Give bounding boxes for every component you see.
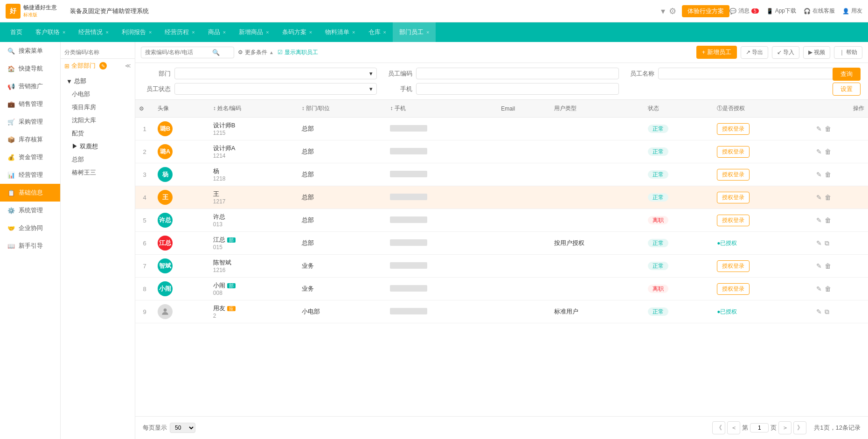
edit-icon[interactable]: ✎ <box>816 216 822 224</box>
dept-header[interactable]: ⊞ 全部部门 ✎ ≪ <box>61 59 135 73</box>
delete-icon[interactable]: 🗑 <box>825 285 831 293</box>
prev-page-button[interactable]: ＜ <box>727 421 740 434</box>
auth-button[interactable]: 授权登录 <box>717 169 750 181</box>
dept-node-xiao-dian[interactable]: 小电部 <box>61 88 135 101</box>
sidebar-item-guide[interactable]: 📖 新手引导 <box>0 237 60 255</box>
tab-warehouse[interactable]: 仓库× <box>362 22 393 42</box>
more-conditions-button[interactable]: ⚙ 更多条件 ▲ <box>238 49 274 56</box>
row-index: 2 <box>135 140 154 163</box>
settings-icon[interactable]: ⚙ <box>669 6 676 16</box>
video-button[interactable]: ▶ 视频 <box>803 46 830 59</box>
export-button[interactable]: ↗ 导出 <box>741 46 768 59</box>
dept-search-input[interactable] <box>64 49 134 56</box>
delete-icon[interactable]: 🗑 <box>825 216 831 224</box>
dept-node-general-hq[interactable]: 总部 <box>61 153 135 166</box>
help-button[interactable]: ｜ 帮助 <box>834 46 862 59</box>
tab-barcode[interactable]: 条码方案× <box>276 22 319 42</box>
delete-icon[interactable]: 🗑 <box>825 148 831 155</box>
first-page-button[interactable]: 《 <box>712 421 725 434</box>
dept-select[interactable]: ▾ <box>174 68 377 79</box>
edit-icon[interactable]: ✎ <box>816 262 822 270</box>
last-page-button[interactable]: 》 <box>793 421 806 434</box>
notification-button[interactable]: 💬 消息 5 <box>729 7 759 15</box>
emp-code-input[interactable] <box>416 68 618 79</box>
show-resigned-toggle[interactable]: ☑ 显示离职员工 <box>278 49 318 56</box>
delete-icon[interactable]: 🗑 <box>825 262 831 270</box>
edit-icon[interactable]: ✎ <box>816 148 822 155</box>
col-name[interactable]: ↕ 姓名/编码 <box>209 100 298 118</box>
edit-icon[interactable]: ✎ <box>816 308 822 315</box>
auth-button[interactable]: 授权登录 <box>717 215 750 226</box>
dept-node-distribution[interactable]: 配货 <box>61 127 135 140</box>
collapse-dept-icon[interactable]: ≪ <box>125 63 131 69</box>
page-input[interactable] <box>750 423 769 432</box>
dept-node-chun-wang3[interactable]: 椿树王三 <box>61 166 135 179</box>
app-download-button[interactable]: 📱 App下载 <box>766 7 796 15</box>
status-select-chevron: ▾ <box>369 85 373 92</box>
form-row-status: 员工状态 ▾ <box>143 83 377 95</box>
search-employee-input[interactable] <box>145 49 210 56</box>
sidebar-item-basic[interactable]: 📋 基础信息 <box>0 184 60 202</box>
col-auth: ①是否授权 <box>713 100 812 118</box>
tab-profit[interactable]: 利润报告× <box>115 22 158 42</box>
emp-name-input[interactable] <box>658 68 861 79</box>
sidebar-item-marketing[interactable]: 📢 营销推广 <box>0 77 60 95</box>
search-button[interactable]: 查询 <box>833 68 861 81</box>
sidebar-item-collab[interactable]: 🤝 企业协同 <box>0 219 60 237</box>
per-page-select[interactable]: 50 100 200 <box>170 423 195 433</box>
sidebar-item-search[interactable]: 🔍 搜索菜单 <box>0 42 60 60</box>
tab-process[interactable]: 经营历程× <box>158 22 201 42</box>
edit-dept-icon[interactable]: ✎ <box>99 62 107 70</box>
import-button[interactable]: ↙ 导入 <box>772 46 799 59</box>
emp-status-select[interactable]: ▾ <box>174 83 377 95</box>
col-dept[interactable]: ↕ 部门/职位 <box>298 100 387 118</box>
online-service-button[interactable]: 🎧 在线客服 <box>804 7 835 15</box>
tab-materials[interactable]: 物料清单× <box>319 22 361 42</box>
edit-icon[interactable]: ✎ <box>816 239 822 247</box>
sidebar-item-sales[interactable]: 💼 销售管理 <box>0 95 60 113</box>
sidebar-item-quick[interactable]: 🏠 快捷导航 <box>0 60 60 77</box>
delete-icon[interactable]: 🗑 <box>825 194 831 201</box>
dept-node-headquarters-group[interactable]: ▼ 总部 <box>61 75 135 88</box>
user-menu-button[interactable]: 👤 用友 <box>842 7 862 15</box>
dept-node-project-repo[interactable]: 项目库房 <box>61 101 135 114</box>
tab-customer[interactable]: 客户联络× <box>29 22 72 42</box>
sidebar-item-purchase[interactable]: 🛒 采购管理 <box>0 113 60 131</box>
copy-icon[interactable]: ⧉ <box>825 308 829 316</box>
edit-icon[interactable]: ✎ <box>816 285 822 293</box>
delete-icon[interactable]: 🗑 <box>825 125 831 132</box>
search-submit-icon[interactable]: 🔍 <box>212 49 220 56</box>
col-phone[interactable]: ↕ 手机 <box>386 100 497 118</box>
tab-dept[interactable]: 部门员工× <box>393 22 436 42</box>
tab-home[interactable]: 首页 <box>4 22 29 42</box>
edit-icon[interactable]: ✎ <box>816 125 822 132</box>
video-icon: ▶ <box>808 49 812 56</box>
auth-button[interactable]: 授权登录 <box>717 146 750 158</box>
sidebar-item-finance[interactable]: 💰 资金管理 <box>0 148 60 166</box>
dept-node-shuanglu[interactable]: ▶ 双鹿想 <box>61 140 135 153</box>
auth-button[interactable]: 授权登录 <box>717 283 750 295</box>
phone-input[interactable] <box>416 83 618 95</box>
tab-biz[interactable]: 经营情况× <box>72 22 115 42</box>
row-avatar: 小闹 <box>154 278 209 300</box>
tab-goods[interactable]: 商品× <box>201 22 232 42</box>
col-settings[interactable]: ⚙ <box>135 100 154 118</box>
dept-node-shenyang[interactable]: 沈阳大库 <box>61 114 135 127</box>
sidebar-item-system[interactable]: ⚙️ 系统管理 <box>0 202 60 219</box>
copy-icon[interactable]: ⧉ <box>825 239 829 247</box>
auth-button[interactable]: 授权登录 <box>717 192 750 203</box>
auth-button[interactable]: 授权登录 <box>717 260 750 272</box>
system-dropdown-icon[interactable]: ▾ <box>661 6 665 16</box>
add-employee-button[interactable]: + 新增员工 <box>696 46 737 59</box>
edit-icon[interactable]: ✎ <box>816 194 822 201</box>
delete-icon[interactable]: 🗑 <box>825 171 831 178</box>
sidebar-item-operation[interactable]: 📊 经营管理 <box>0 166 60 184</box>
next-page-button[interactable]: ＞ <box>778 421 792 434</box>
auth-button[interactable]: 授权登录 <box>717 123 750 135</box>
tab-add-goods[interactable]: 新增商品× <box>232 22 275 42</box>
reset-button[interactable]: 设置 <box>833 83 861 96</box>
trial-button[interactable]: 体验行业方案 <box>682 5 729 17</box>
edit-icon[interactable]: ✎ <box>816 171 822 178</box>
sidebar-item-stock[interactable]: 📦 库存核算 <box>0 131 60 148</box>
table-row: 5 许总 许总013 总部 离职 授权登录 ✎🗑 <box>135 209 868 232</box>
